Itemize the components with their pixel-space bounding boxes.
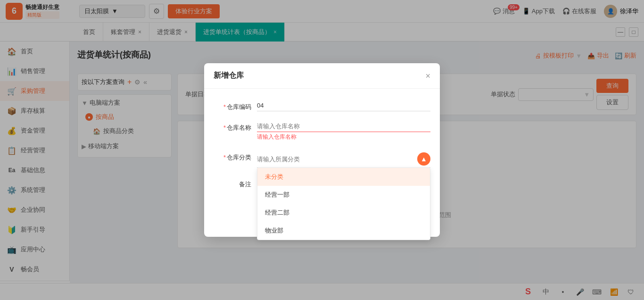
category-toggle-btn[interactable]: ▲: [417, 152, 430, 166]
remark-label: 备注: [214, 177, 251, 189]
dropdown-item-dept2[interactable]: 经营二部: [257, 204, 430, 222]
modal-overlay[interactable]: 新增仓库 × *仓库编码 *仓库名称 请输入仓库名称: [0, 0, 644, 300]
category-label: *仓库分类: [214, 150, 251, 162]
dropdown-item-uncategorized[interactable]: 未分类: [257, 168, 430, 186]
form-row-name: *仓库名称 请输入仓库名称: [214, 121, 430, 141]
category-dropdown: 未分类 经营一部 经营二部 物业部: [257, 167, 430, 240]
name-input[interactable]: [257, 121, 430, 132]
modal-close-btn[interactable]: ×: [425, 72, 430, 80]
modal-header: 新增仓库 ×: [204, 63, 440, 89]
name-field-wrapper: 请输入仓库名称: [257, 121, 430, 141]
modal-title: 新增仓库: [214, 71, 244, 81]
modal-body: *仓库编码 *仓库名称 请输入仓库名称 *仓库分类: [204, 89, 440, 206]
dropdown-item-property[interactable]: 物业部: [257, 222, 430, 240]
name-label: *仓库名称: [214, 121, 251, 132]
dropdown-item-dept1[interactable]: 经营一部: [257, 186, 430, 204]
form-row-category: *仓库分类 ▲ 未分类 经营一部 经营二部 物业部: [214, 150, 430, 168]
modal: 新增仓库 × *仓库编码 *仓库名称 请输入仓库名称: [204, 63, 440, 237]
name-error-msg: 请输入仓库名称: [257, 133, 430, 141]
code-label: *仓库编码: [214, 100, 251, 111]
form-row-code: *仓库编码: [214, 100, 430, 111]
category-input-row: ▲: [257, 150, 430, 168]
category-field-wrapper: ▲ 未分类 经营一部 经营二部 物业部: [257, 150, 430, 168]
category-input[interactable]: [257, 156, 417, 163]
code-input[interactable]: [257, 100, 430, 111]
